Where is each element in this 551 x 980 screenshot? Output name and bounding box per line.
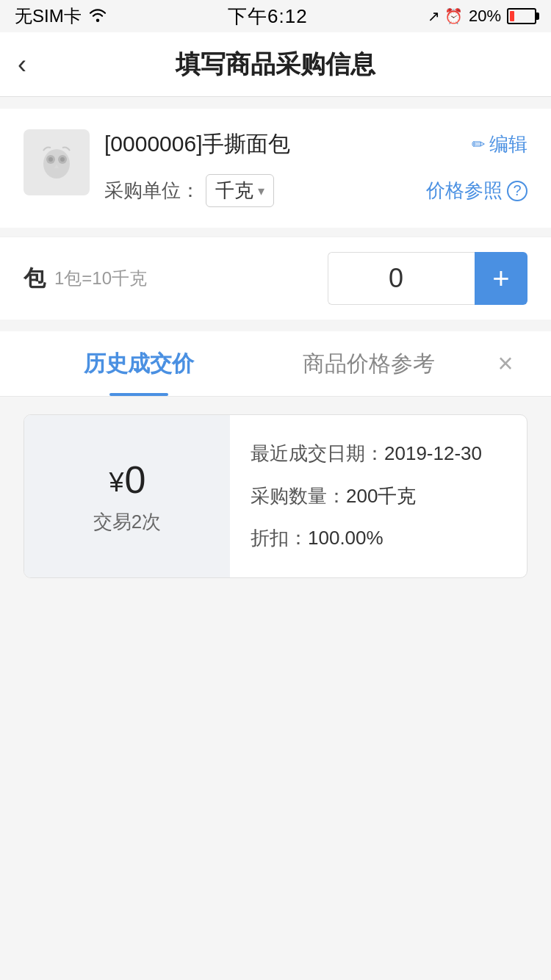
product-full-name: [0000006]手撕面包 — [104, 129, 290, 159]
status-time: 下午6:12 — [228, 4, 308, 29]
svg-point-3 — [48, 157, 53, 162]
back-icon: ‹ — [18, 49, 26, 80]
unit-select-dropdown[interactable]: 千克 ▾ — [206, 174, 274, 207]
edit-icon: ✏ — [472, 135, 485, 154]
recent-date-label: 最近成交日期： — [251, 442, 384, 464]
edit-button[interactable]: ✏ 编辑 — [472, 131, 527, 157]
status-left: 无SIM卡 — [15, 4, 108, 28]
tab-history-label: 历史成交价 — [84, 349, 194, 379]
svg-point-4 — [60, 157, 65, 162]
tab-price-reference[interactable]: 商品价格参考 — [253, 331, 483, 396]
qty-unit-info: 包 1包=10千克 — [24, 264, 147, 294]
recent-date-value: 2019-12-30 — [384, 442, 482, 464]
transaction-count: 交易2次 — [93, 509, 161, 535]
recent-date-line: 最近成交日期：2019-12-30 — [251, 439, 506, 469]
tab-history-price[interactable]: 历史成交价 — [24, 331, 253, 396]
purchase-qty-value: 200千克 — [346, 485, 416, 507]
battery-percent: 20% — [469, 7, 501, 26]
wifi-icon — [87, 6, 108, 26]
status-bar: 无SIM卡 下午6:12 ↗ ⏰ 20% — [0, 0, 551, 32]
purchase-qty-line: 采购数量：200千克 — [251, 481, 506, 512]
back-button[interactable]: ‹ — [18, 49, 26, 80]
status-icons: ↗ ⏰ — [428, 7, 463, 25]
price-reference-button[interactable]: 价格参照 ? — [426, 178, 527, 203]
unit-label: 采购单位： — [104, 178, 200, 203]
price-ref-label: 价格参照 — [426, 178, 503, 203]
qty-conversion-label: 1包=10千克 — [54, 267, 147, 290]
product-info: [0000006]手撕面包 ✏ 编辑 采购单位： 千克 ▾ 价格参照 ? — [104, 129, 527, 207]
yen-symbol: ¥ — [109, 467, 123, 497]
qty-unit-badge: 包 — [24, 264, 46, 294]
svg-point-0 — [43, 149, 70, 179]
close-icon: × — [497, 348, 513, 379]
product-thumbnail — [24, 129, 90, 195]
help-icon: ? — [507, 181, 527, 201]
battery-icon — [507, 8, 536, 24]
tabs-row: 历史成交价 商品价格参考 × — [0, 331, 551, 397]
page-title: 填写商品采购信息 — [176, 48, 375, 82]
history-details-right: 最近成交日期：2019-12-30 采购数量：200千克 折扣：100.00% — [230, 415, 527, 577]
price-number: 0 — [125, 458, 145, 501]
alarm-icon: ⏰ — [444, 7, 463, 25]
carrier-label: 无SIM卡 — [15, 4, 82, 28]
history-price-value: ¥0 — [109, 458, 145, 502]
page-background — [0, 596, 551, 980]
status-right: ↗ ⏰ 20% — [428, 7, 536, 26]
unit-select-group: 采购单位： 千克 ▾ — [104, 174, 274, 207]
quantity-input[interactable] — [328, 252, 475, 305]
nav-bar: ‹ 填写商品采购信息 — [0, 32, 551, 97]
product-card: [0000006]手撕面包 ✏ 编辑 采购单位： 千克 ▾ 价格参照 ? — [0, 109, 551, 228]
edit-label: 编辑 — [489, 131, 527, 157]
dropdown-caret-icon: ▾ — [258, 183, 264, 199]
tab-close-button[interactable]: × — [483, 342, 527, 386]
unit-value: 千克 — [215, 178, 253, 203]
quantity-row: 包 1包=10千克 + — [0, 237, 551, 320]
discount-line: 折扣：100.00% — [251, 523, 506, 554]
discount-label: 折扣： — [251, 527, 308, 549]
tab-price-ref-label: 商品价格参考 — [303, 349, 435, 379]
purchase-qty-label: 采购数量： — [251, 485, 346, 507]
product-name-row: [0000006]手撕面包 ✏ 编辑 — [104, 129, 527, 159]
quantity-plus-button[interactable]: + — [475, 252, 527, 305]
unit-row: 采购单位： 千克 ▾ 价格参照 ? — [104, 174, 527, 207]
battery-fill — [510, 11, 514, 21]
history-price-left: ¥0 交易2次 — [24, 415, 230, 577]
qty-input-area: + — [328, 252, 527, 305]
location-icon: ↗ — [428, 7, 440, 25]
history-price-card: ¥0 交易2次 最近成交日期：2019-12-30 采购数量：200千克 折扣：… — [24, 414, 527, 578]
discount-value: 100.00% — [308, 527, 383, 549]
